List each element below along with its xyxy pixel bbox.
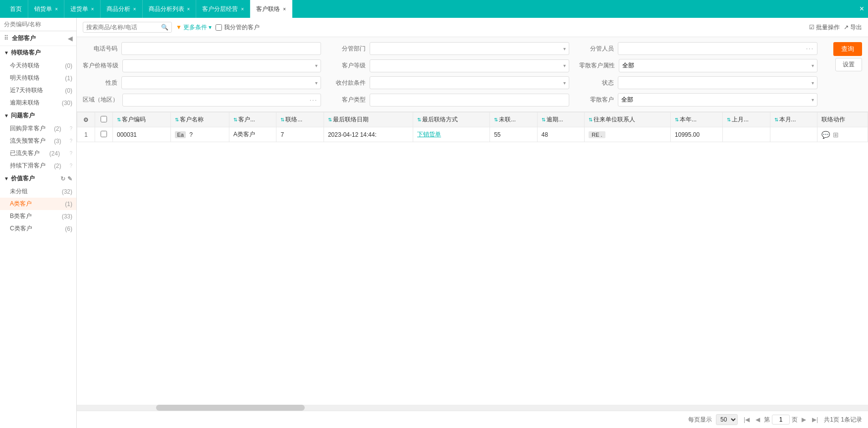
refresh-icon[interactable]: ↻: [60, 175, 65, 182]
region-label: 区域（地区）: [83, 96, 118, 104]
mine-only-filter[interactable]: 我分管的客户: [216, 23, 260, 32]
payment-select[interactable]: ▾: [370, 76, 569, 89]
sidebar-item-churn-warning[interactable]: 流失预警客户 (3) ?: [0, 135, 76, 147]
sidebar-item-churned[interactable]: 已流失客户 (24) ?: [0, 147, 76, 160]
sort-icon[interactable]: ⇅: [175, 117, 179, 122]
check-icon: ☑: [809, 24, 814, 31]
sort-icon[interactable]: ⇅: [589, 117, 593, 122]
col-overdue: ⇅逾期...: [537, 112, 585, 127]
sidebar-item-today[interactable]: 今天待联络 (0): [0, 59, 76, 72]
search-icon[interactable]: 🔍: [161, 24, 168, 31]
sort-icon[interactable]: ⇅: [233, 117, 237, 122]
section-value-customers[interactable]: ▼ 价值客户 ↻ ✎: [0, 172, 76, 185]
section-pending-contact[interactable]: ▼ 待联络客户: [0, 46, 76, 59]
phone-text-input[interactable]: [125, 45, 318, 52]
query-button[interactable]: 查询: [833, 42, 862, 56]
dept-caret-icon: ▾: [563, 46, 566, 52]
manager-input[interactable]: ···: [618, 42, 817, 55]
sort-icon[interactable]: ⇅: [328, 117, 332, 122]
customer-type-input[interactable]: [370, 94, 569, 107]
sidebar-item-c-class[interactable]: C类客户 (6): [0, 222, 76, 235]
sort-icon[interactable]: ⇅: [117, 117, 121, 122]
nav-tab-purchase[interactable]: 进货单 ×: [64, 0, 101, 18]
help-icon[interactable]: ?: [69, 151, 72, 156]
sidebar-search-input[interactable]: [4, 21, 77, 28]
filter-cell-price-grade: 客户价格等级 ▾: [83, 59, 321, 72]
sort-icon[interactable]: ⇅: [494, 117, 498, 122]
col-contact: ⇅联络...: [276, 112, 324, 127]
phone-input[interactable]: [121, 42, 321, 55]
nav-tab-home[interactable]: 首页: [4, 0, 28, 18]
nav-tab-analysis-list[interactable]: 商品分析列表 ×: [143, 0, 197, 18]
retail-attr-select[interactable]: 全部 ▾: [619, 59, 817, 72]
batch-op-button[interactable]: ☑ 批量操作: [809, 23, 840, 32]
filter-cell-region: 区域（地区） ···: [83, 94, 321, 107]
help-icon[interactable]: ?: [69, 163, 72, 168]
sidebar-item-overdue[interactable]: 逾期未联络 (30): [0, 97, 76, 109]
row-checkbox[interactable]: [101, 131, 107, 137]
close-icon[interactable]: ×: [55, 6, 58, 12]
row-last-method[interactable]: 下销货单: [413, 127, 490, 142]
customer-grade-select[interactable]: ▾: [370, 59, 569, 72]
select-all-checkbox[interactable]: [101, 116, 107, 122]
horizontal-scrollbar[interactable]: [77, 405, 868, 411]
sort-icon[interactable]: ⇅: [675, 117, 679, 122]
sort-icon[interactable]: ⇅: [774, 117, 778, 122]
sidebar-item-declining[interactable]: 持续下滑客户 (2) ?: [0, 160, 76, 172]
setting-button[interactable]: 设置: [835, 58, 862, 71]
sidebar-item-tomorrow[interactable]: 明天待联络 (1): [0, 72, 76, 84]
row-checkbox-cell[interactable]: [95, 127, 113, 142]
col-person: ⇅往来单位联系人: [585, 112, 671, 127]
sidebar-item-unclassified[interactable]: 未分组 (32): [0, 185, 76, 198]
close-icon[interactable]: ×: [91, 6, 94, 12]
per-page-select[interactable]: 50: [716, 414, 738, 425]
search-input[interactable]: [86, 24, 161, 31]
price-grade-select[interactable]: ▾: [122, 59, 321, 72]
close-icon[interactable]: ×: [133, 6, 136, 12]
more-filters-button[interactable]: ▼ 更多条件 ▾: [176, 23, 212, 32]
sort-icon[interactable]: ⇅: [727, 117, 731, 122]
close-icon[interactable]: ×: [187, 6, 190, 12]
row-contact: 7: [276, 127, 324, 142]
grid-icon[interactable]: ⊞: [833, 131, 839, 139]
edit-icon[interactable]: ✎: [67, 175, 72, 182]
close-icon[interactable]: ×: [283, 6, 286, 12]
sort-icon[interactable]: ⇅: [542, 117, 545, 122]
col-setting[interactable]: ⚙: [77, 112, 95, 127]
sidebar-item-a-class[interactable]: A类客户 (1): [0, 198, 76, 210]
next-page-button[interactable]: ▶: [800, 415, 808, 424]
dept-select[interactable]: ▾: [370, 42, 569, 55]
section-problem-customers[interactable]: ▼ 问题客户: [0, 109, 76, 122]
nav-tab-customer-seg[interactable]: 客户分层经营 ×: [196, 0, 250, 18]
last-page-button[interactable]: ▶|: [810, 415, 820, 424]
prev-page-button[interactable]: ◀: [754, 415, 762, 424]
close-all-button[interactable]: ×: [860, 4, 864, 13]
col-check[interactable]: [95, 112, 113, 127]
sort-icon[interactable]: ⇅: [417, 117, 421, 122]
help-icon[interactable]: ?: [69, 138, 72, 144]
sidebar-item-repurchase-abnormal[interactable]: 回购异常客户 (2) ?: [0, 122, 76, 135]
first-page-button[interactable]: |◀: [742, 415, 752, 424]
filter-cell-retail-customer: 零散客户 全部 ▾: [579, 93, 817, 107]
help-icon[interactable]: ?: [69, 126, 72, 131]
sidebar-item-b-class[interactable]: B类客户 (33): [0, 210, 76, 222]
nav-tab-sales[interactable]: 销货单 ×: [28, 0, 64, 18]
nav-tab-analysis[interactable]: 商品分析 ×: [101, 0, 143, 18]
sidebar-item-7days[interactable]: 近7天待联络 (0): [0, 84, 76, 97]
message-icon[interactable]: 💬: [821, 131, 830, 139]
page-input[interactable]: [772, 415, 790, 425]
scrollbar-thumb[interactable]: [156, 405, 305, 411]
region-input[interactable]: ···: [122, 94, 321, 107]
nature-select[interactable]: ▾: [121, 76, 321, 89]
status-select[interactable]: ▾: [618, 76, 817, 89]
export-button[interactable]: ↗ 导出: [844, 23, 862, 32]
mine-checkbox[interactable]: [216, 24, 222, 31]
retail-customer-select[interactable]: 全部 ▾: [618, 93, 817, 107]
sort-icon[interactable]: ⇅: [280, 117, 284, 122]
last-method-link[interactable]: 下销货单: [417, 131, 441, 138]
nav-tab-customer-contact[interactable]: 客户联络 ×: [250, 0, 292, 18]
sidebar-all-customers[interactable]: ⠿ 全部客户 ◀: [0, 31, 76, 46]
close-icon[interactable]: ×: [241, 6, 244, 12]
sidebar-collapse-icon[interactable]: ◀: [68, 35, 72, 42]
filter-row-2: 客户价格等级 ▾ 客户等级 ▾: [83, 59, 827, 72]
